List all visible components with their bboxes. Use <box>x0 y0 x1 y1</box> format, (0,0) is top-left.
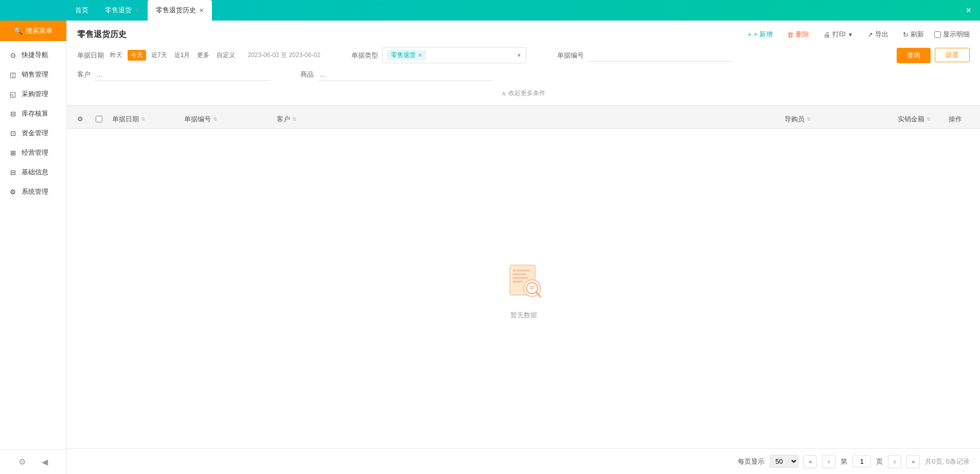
th-customer: 客户 ⇅ <box>273 115 780 124</box>
filter-row-2: 客户 商品 <box>77 68 970 81</box>
shortcut-yesterday[interactable]: 昨天 <box>108 50 124 61</box>
sales-icon: ◫ <box>8 70 17 79</box>
first-page-button[interactable]: « <box>804 455 817 468</box>
empty-text: 暂无数据 <box>510 311 537 320</box>
th-amount: 实销金额 ⇅ <box>863 115 935 124</box>
sidebar-item-basic-info[interactable]: ⊟ 基础信息 <box>0 162 66 182</box>
pagination: 每页显示 50 20 100 « ‹ 第 页 › » 共0页, 0条记录 <box>67 448 980 474</box>
shortcut-custom[interactable]: 自定义 <box>215 50 237 61</box>
delete-icon: 🗑 <box>787 31 794 39</box>
last-page-button[interactable]: » <box>906 455 920 468</box>
page-label-prefix: 第 <box>841 457 847 466</box>
window-close-button[interactable]: ✕ <box>966 6 972 14</box>
doc-type-select[interactable]: 零售退货 ✕ ▼ <box>382 47 526 63</box>
doc-number-filter: 单据编号 <box>557 49 732 62</box>
date-range-display: 2023-06-02 至 2023-06-02 <box>247 51 320 60</box>
page-title-row: 零售退货历史 + + 新增 🗑 删除 🖨 打印 ▼ <box>77 28 970 41</box>
content-area: 零售退货历史 + + 新增 🗑 删除 🖨 打印 ▼ <box>67 21 980 474</box>
svg-rect-4 <box>512 281 523 283</box>
number-sort-icon[interactable]: ⇅ <box>213 116 217 122</box>
show-detail-checkbox[interactable] <box>934 31 941 38</box>
table-header: ⚙ 单据日期 ⇅ 单据编号 ⇅ 客户 ⇅ 导购员 ⇅ <box>67 110 980 129</box>
tab-retail-return-history-close[interactable]: ✕ <box>199 7 204 14</box>
new-button[interactable]: + + 新增 <box>743 28 777 41</box>
th-action: 操作 <box>935 115 976 124</box>
shortcut-7days[interactable]: 近7天 <box>149 50 169 61</box>
print-icon: 🖨 <box>824 31 830 39</box>
show-detail-checkbox-label[interactable]: 显示明细 <box>934 30 970 39</box>
filter-row-1: 单据日期 昨天 今天 近7天 近1月 更多 自定义 2023-06-02 至 2… <box>77 47 970 63</box>
export-icon: ↗ <box>867 31 873 39</box>
guide-sort-icon[interactable]: ⇅ <box>807 116 811 122</box>
sidebar-item-finance[interactable]: ⊡ 资金管理 <box>0 123 66 143</box>
query-button[interactable]: 查询 <box>897 48 931 63</box>
sidebar-item-system-mgmt[interactable]: ⚙ 系统管理 <box>0 182 66 202</box>
refresh-button[interactable]: ↻ 刷新 <box>899 28 928 41</box>
sidebar-item-sales-mgmt[interactable]: ◫ 销售管理 <box>0 65 66 84</box>
doc-type-select-arrow: ▼ <box>516 52 522 58</box>
filter-area: 单据日期 昨天 今天 近7天 近1月 更多 自定义 2023-06-02 至 2… <box>77 47 970 105</box>
sidebar-search[interactable]: 🔍 搜索菜单 <box>0 21 66 41</box>
customer-sort-icon[interactable]: ⇅ <box>292 116 296 122</box>
th-settings[interactable]: ⚙ <box>71 115 90 123</box>
doc-type-tag-close[interactable]: ✕ <box>418 52 422 59</box>
collapse-icon: ∧ <box>502 90 506 97</box>
toolbar: + + 新增 🗑 删除 🖨 打印 ▼ ↗ 导出 <box>743 28 970 41</box>
purchase-icon: ◱ <box>8 89 17 99</box>
sidebar-item-quick-nav[interactable]: ⊙ 快捷导航 <box>0 45 66 65</box>
shortcut-today[interactable]: 今天 <box>128 50 146 61</box>
print-dropdown-icon: ▼ <box>848 32 853 38</box>
per-page-label: 每页显示 <box>738 457 764 466</box>
settings-button[interactable]: 设置 <box>935 48 970 62</box>
tab-retail-return[interactable]: 零售退货 ✕ <box>97 0 148 21</box>
tab-home[interactable]: 首页 <box>67 0 97 21</box>
svg-rect-1 <box>512 269 530 271</box>
page-input[interactable] <box>852 455 871 467</box>
tab-retail-return-close[interactable]: ✕ <box>135 7 139 14</box>
date-shortcuts: 昨天 今天 近7天 近1月 更多 自定义 <box>108 50 237 61</box>
amount-sort-icon[interactable]: ⇅ <box>926 116 931 122</box>
customer-input[interactable] <box>95 68 270 81</box>
page-label-suffix: 页 <box>876 457 883 466</box>
home-icon: ⊙ <box>8 50 17 60</box>
th-number: 单据编号 ⇅ <box>180 115 273 124</box>
goods-filter: 商品 <box>300 68 493 81</box>
export-button[interactable]: ↗ 导出 <box>863 28 893 41</box>
shortcut-1month[interactable]: 近1月 <box>172 50 192 61</box>
goods-input[interactable] <box>318 68 493 81</box>
select-all-checkbox[interactable] <box>96 116 102 122</box>
date-filter: 单据日期 昨天 今天 近7天 近1月 更多 自定义 <box>77 50 237 61</box>
page-header: 零售退货历史 + + 新增 🗑 删除 🖨 打印 ▼ <box>67 21 980 105</box>
empty-state: 暂无数据 <box>67 129 980 448</box>
basic-info-icon: ⊟ <box>8 168 17 177</box>
tab-retail-return-history[interactable]: 零售退货历史 ✕ <box>148 0 212 21</box>
new-icon: + <box>747 31 752 39</box>
th-date: 单据日期 ⇅ <box>108 115 180 124</box>
collapse-button[interactable]: ∧ 收起更多条件 <box>497 88 549 99</box>
system-icon: ⚙ <box>8 187 17 196</box>
settings-bottom-icon[interactable]: ⚙ <box>16 456 28 468</box>
date-sort-icon[interactable]: ⇅ <box>141 116 145 122</box>
th-checkbox[interactable] <box>90 116 108 122</box>
sidebar: 🔍 搜索菜单 ⊙ 快捷导航 ◫ 销售管理 ◱ 采购管理 ⊟ 库存核算 ⊡ 资金管 <box>0 21 67 474</box>
prev-page-button[interactable]: ‹ <box>822 455 835 468</box>
finance-icon: ⊡ <box>8 129 17 138</box>
operations-icon: ⊞ <box>8 148 17 157</box>
svg-rect-3 <box>512 277 528 279</box>
page-title: 零售退货历史 <box>77 29 127 40</box>
sidebar-item-inventory[interactable]: ⊟ 库存核算 <box>0 104 66 123</box>
per-page-select[interactable]: 50 20 100 <box>770 455 798 468</box>
search-icon: 🔍 <box>14 27 23 35</box>
sidebar-item-purchase-mgmt[interactable]: ◱ 采购管理 <box>0 84 66 104</box>
svg-rect-2 <box>512 273 526 275</box>
main-layout: 🔍 搜索菜单 ⊙ 快捷导航 ◫ 销售管理 ◱ 采购管理 ⊟ 库存核算 ⊡ 资金管 <box>0 21 980 474</box>
collapse-sidebar-icon[interactable]: ◀ <box>39 456 51 468</box>
next-page-button[interactable]: › <box>888 455 901 468</box>
sidebar-item-operations[interactable]: ⊞ 经营管理 <box>0 143 66 162</box>
delete-button[interactable]: 🗑 删除 <box>783 28 813 41</box>
print-button[interactable]: 🖨 打印 ▼ <box>819 28 857 41</box>
shortcut-more[interactable]: 更多 <box>195 50 211 61</box>
doc-type-filter: 单据类型 零售退货 ✕ ▼ <box>351 47 526 63</box>
empty-illustration <box>501 258 547 304</box>
doc-number-input[interactable] <box>588 49 732 62</box>
